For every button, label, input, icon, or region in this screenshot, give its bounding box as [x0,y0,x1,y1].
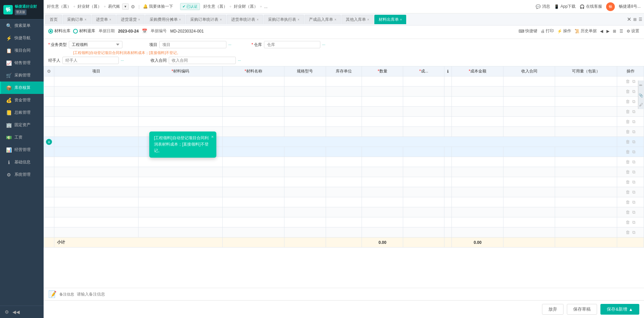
tab-close-other-receipt[interactable]: × [367,18,369,21]
cell-6-cost-price[interactable] [403,127,444,137]
project-input[interactable] [159,41,226,48]
warehouse-link[interactable]: ··· [322,43,325,47]
date-value[interactable]: 2023-03-24 [118,29,139,34]
cell-7-cost-price[interactable] [403,147,444,157]
copy-addrow-icon[interactable]: ⧉ [632,139,635,144]
tab-purchase-expense[interactable]: 采购费用分摊单 × [145,15,185,24]
cell-12-quantity[interactable] [362,197,403,207]
user-avatar[interactable]: 畅 [606,2,615,11]
th-settings[interactable]: ⚙ [44,66,54,76]
cell-10-cost-info[interactable] [444,177,452,187]
topbar-link-4[interactable]: 好业财（菖） [234,4,258,9]
cell-3-cost-info[interactable] [444,97,452,107]
cell-3-income-contract[interactable] [503,97,555,107]
cell-9-cost-price[interactable] [403,167,444,177]
shortcut-btn[interactable]: ⌨ 快捷键 [519,28,537,34]
cell-6-project[interactable] [54,127,139,137]
tab-order-exec[interactable]: 采购订单执行表 × [264,15,304,24]
tab-close-order-exec[interactable]: × [298,18,300,21]
cell-3-quantity[interactable] [362,97,403,107]
cell-13-cost-amount[interactable] [452,207,503,217]
sidebar-item-search[interactable]: 🔍 搜索菜单 [0,19,44,32]
cell-4-quantity[interactable] [362,107,403,117]
cell-14-quantity[interactable] [362,217,403,227]
cell-10-code[interactable] [138,177,222,187]
sidebar-item-ledger[interactable]: 📒 总账管理 [0,106,44,119]
cell-11-income-contract[interactable] [503,187,555,197]
cell-7-income-contract[interactable] [503,147,555,157]
sidebar-item-system[interactable]: ⚙ 系统管理 [0,168,44,181]
cell-12-material-name[interactable] [222,197,284,207]
income-contract-link[interactable]: ··· [238,58,241,62]
cell-9-project[interactable] [54,167,139,177]
cell-15-available-qty[interactable] [555,227,617,237]
cell-14-cost-price[interactable] [403,217,444,227]
cell-11-cost-info[interactable] [444,187,452,197]
topbar-link-3[interactable]: 好生意（菖） [203,4,227,9]
tab-close-purchase-stats[interactable]: × [220,18,222,21]
cell-11-cost-price[interactable] [403,187,444,197]
prev-record-btn[interactable]: ◀ [600,29,603,34]
cell-6-cost-amount[interactable] [452,127,503,137]
cell-6-spec[interactable] [284,127,326,137]
cell-3-cost-price[interactable] [403,97,444,107]
copy-row-10-icon[interactable]: ⧉ [632,179,635,184]
delete-row-1-icon[interactable]: 🗑 [626,79,630,84]
cell-3-material-name[interactable] [222,97,284,107]
cell-15-spec[interactable] [284,227,326,237]
cell-8-cost-amount[interactable] [452,157,503,167]
delete-row-10-icon[interactable]: 🗑 [626,179,630,184]
online-service-btn[interactable]: 🎧 在线客服 [580,4,602,9]
copy-row-14-icon[interactable]: ⧉ [632,220,635,225]
tab-purchase-stats[interactable]: 采购订单统计表 × [186,15,226,24]
cell-13-available-qty[interactable] [555,207,617,217]
cell-5-quantity[interactable] [362,117,403,127]
radio-return[interactable]: 材料退库 [73,28,95,34]
copy-row-11-icon[interactable]: ⧉ [632,190,635,195]
cell-2-code[interactable] [138,87,222,97]
cell-13-project[interactable] [54,207,139,217]
topbar-gear-icon[interactable]: ⚙ [131,4,135,9]
delete-row-8-icon[interactable]: 🗑 [626,159,630,164]
cell-1-spec[interactable] [284,76,326,87]
copy-row-3-icon[interactable]: ⧉ [632,99,635,104]
tab-purchase-order[interactable]: 采购订单 × [63,15,91,24]
messages-btn[interactable]: 💬 消息 [536,4,550,9]
cell-9-quantity[interactable] [362,167,403,177]
copy-row-13-icon[interactable]: ⧉ [632,210,635,215]
username-btn[interactable]: 畅捷通8号... [619,4,641,9]
cell-3-spec[interactable] [284,97,326,107]
cell-2-spec[interactable] [284,87,326,97]
app-download-btn[interactable]: 📱 App下载 [554,4,576,9]
delete-row-7-icon[interactable]: 🗑 [626,149,630,154]
handler-input[interactable] [62,57,119,64]
cell-11-project[interactable] [54,187,139,197]
cell-8-available-qty[interactable] [555,157,617,167]
cell-4-income-contract[interactable] [503,107,555,117]
cell-13-spec[interactable] [284,207,326,217]
cell-4-code[interactable] [138,107,222,117]
delete-row-9-icon[interactable]: 🗑 [626,169,630,174]
cell-8-stock-unit[interactable] [326,157,362,167]
cell-14-cost-info[interactable] [444,217,452,227]
cell-7-spec[interactable] [284,147,326,157]
right-panel-icon-2[interactable]: 📎 [639,93,643,97]
cell-6-material-name[interactable] [222,127,284,137]
cell-5-stock-unit[interactable] [326,117,362,127]
cell-2-stock-unit[interactable] [326,87,362,97]
topbar-link-0[interactable]: 好生意（菖） [47,4,71,9]
delete-row-4-icon[interactable]: 🗑 [626,109,630,114]
cell-13-income-contract[interactable] [503,207,555,217]
sidebar-item-project[interactable]: 📋 项目合同 [0,44,44,57]
delete-row-3-icon[interactable]: 🗑 [626,99,630,104]
cell-15-project[interactable] [54,227,139,237]
cell-5-code[interactable] [138,117,222,127]
cell-7-available-qty[interactable] [555,147,617,157]
cell-5-available-qty[interactable] [555,117,617,127]
tab-close-purchase-expense[interactable]: × [179,18,181,21]
delete-row-13-icon[interactable]: 🗑 [626,210,630,215]
cell-8-project[interactable] [54,157,139,167]
cell-8-income-contract[interactable] [503,157,555,167]
copy-row-1-icon[interactable]: ⧉ [632,79,635,84]
cell-3-stock-unit[interactable] [326,97,362,107]
